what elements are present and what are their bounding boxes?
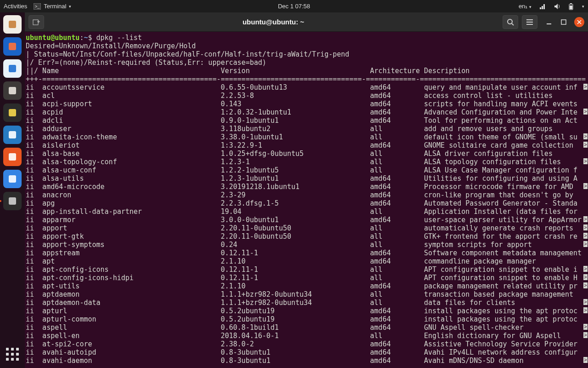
- show-applications-button[interactable]: [3, 345, 22, 363]
- terminal-window: ubuntu@ubuntu: ~ ubuntu@ubuntu:~$ dpkg -…: [25, 12, 588, 368]
- package-row: ii alsa-base 1.0.25+dfsg-0ubuntu5 all AL…: [26, 150, 553, 158]
- svg-rect-9: [9, 109, 16, 116]
- svg-rect-3: [570, 3, 572, 4]
- line-overflow-indicator: >: [583, 307, 588, 313]
- terminal-icon: >_: [34, 3, 41, 10]
- volume-icon[interactable]: [554, 3, 561, 10]
- package-row: ii apparmor 3.0.0-0ubuntu1 amd64 user-sp…: [26, 216, 582, 224]
- close-button[interactable]: [574, 17, 584, 27]
- help-icon[interactable]: [3, 170, 22, 188]
- chevron-down-icon: ▾: [529, 5, 531, 9]
- package-row: ii apturl-common 0.5.2ubuntu19 amd64 ins…: [26, 315, 577, 323]
- package-row: ii apt 2.1.10 amd64 commandline package …: [26, 257, 536, 265]
- line-overflow-indicator: >: [583, 216, 588, 222]
- package-row: ii adwaita-icon-theme 3.38.0-1ubuntu1 al…: [26, 133, 577, 141]
- package-row: ii apt-config-icons-hidpi 0.12.11-1 all …: [26, 274, 577, 282]
- svg-rect-12: [9, 175, 16, 183]
- maximize-icon: [561, 19, 566, 25]
- system-menu-chevron-icon[interactable]: ▾: [582, 4, 584, 9]
- line-overflow-indicator: >: [583, 233, 588, 239]
- line-overflow-indicator: >: [583, 84, 588, 90]
- input-source-indicator[interactable]: en₁ ▾: [519, 3, 531, 10]
- files-icon[interactable]: [3, 81, 22, 100]
- line-overflow-indicator: >: [583, 158, 588, 164]
- line-overflow-indicator: >: [583, 299, 588, 305]
- package-row: ii accountsservice 0.6.55-0ubuntu13 amd6…: [26, 83, 577, 92]
- svg-rect-11: [9, 153, 16, 161]
- package-row: ii acpi-support 0.143 amd64 scripts for …: [26, 100, 577, 108]
- package-row: ii acl 2.2.53-8 amd64 access control lis…: [26, 92, 553, 100]
- svg-rect-4: [570, 6, 572, 9]
- line-overflow-indicator: >: [583, 357, 588, 363]
- svg-rect-10: [9, 131, 16, 138]
- software-icon[interactable]: [3, 148, 22, 166]
- prompt-command: dpkg --list: [96, 34, 142, 42]
- minimize-button[interactable]: [545, 18, 553, 26]
- battery-icon[interactable]: [568, 3, 575, 10]
- input-source-label: en₁: [519, 3, 527, 10]
- terminal-output[interactable]: ubuntu@ubuntu:~$ dpkg --list Desired=Unk…: [25, 32, 588, 368]
- line-overflow-indicator: >: [583, 241, 588, 247]
- package-row: ii avahi-daemon 0.8-3ubuntu1 amd64 Avahi…: [26, 356, 524, 365]
- package-row: ii alsa-ucm-conf 1.2.2-1ubuntu5 all ALSA…: [26, 166, 577, 174]
- svg-rect-8: [9, 87, 16, 94]
- svg-rect-6: [9, 43, 16, 50]
- maximize-button[interactable]: [560, 18, 568, 26]
- package-row: ii app-install-data-partner 19.04 all Ap…: [26, 207, 577, 216]
- package-row: ii amd64-microcode 3.20191218.1ubuntu1 a…: [26, 183, 577, 191]
- active-indicator: [0, 200, 1, 202]
- terminal-icon[interactable]: [3, 192, 22, 210]
- package-row: ii apg 2.2.3.dfsg.1-5 amd64 Automated Pa…: [26, 199, 577, 207]
- svg-rect-23: [561, 20, 566, 24]
- minimize-icon: [546, 19, 552, 25]
- clock[interactable]: Dec 1 07:58: [278, 3, 310, 10]
- package-row: ii aptdaemon-data 1.1.1+bzr982-0ubuntu34…: [26, 299, 515, 307]
- package-row: ii at-spi2-core 2.38.0-2 amd64 Assistive…: [26, 340, 577, 348]
- hamburger-icon: [526, 19, 533, 25]
- package-row: ii apport 2.20.11-0ubuntu50 all automati…: [26, 224, 577, 232]
- svg-rect-5: [9, 21, 16, 28]
- terminal-titlebar: ubuntu@ubuntu: ~: [25, 12, 588, 32]
- package-row: ii aisleriot 1:3.22.9-1 amd64 GNOME soli…: [26, 141, 573, 150]
- package-row: ii alsa-topology-conf 1.2.3-1 all ALSA t…: [26, 158, 561, 166]
- new-tab-button[interactable]: [28, 15, 44, 29]
- search-button[interactable]: [503, 15, 518, 29]
- home-icon[interactable]: [3, 15, 22, 34]
- line-overflow-indicator: >: [583, 133, 588, 139]
- gnome-topbar: Activities >_ Terminal ▾ Dec 1 07:58 en₁…: [0, 0, 588, 12]
- line-overflow-indicator: >: [583, 109, 588, 115]
- svg-line-18: [512, 23, 514, 25]
- network-icon[interactable]: [539, 3, 546, 10]
- line-overflow-indicator: >: [583, 224, 588, 230]
- package-row: ii acpid 1:2.0.32-1ubuntu1 amd64 Advance…: [26, 108, 577, 116]
- close-icon: [577, 20, 582, 24]
- svg-rect-13: [9, 197, 16, 205]
- line-overflow-indicator: >: [583, 183, 588, 189]
- writer-icon[interactable]: [3, 126, 22, 144]
- thunderbird-icon[interactable]: [3, 59, 22, 78]
- svg-text:>_: >_: [35, 4, 40, 9]
- line-overflow-indicator: >: [583, 142, 588, 148]
- package-row: ii apport-gtk 2.20.11-0ubuntu50 all GTK+…: [26, 232, 577, 241]
- package-row: ii appstream 0.12.11-1 amd64 Software co…: [26, 249, 582, 257]
- firefox-icon[interactable]: [3, 37, 22, 56]
- line-overflow-indicator: >: [583, 274, 588, 280]
- svg-point-17: [508, 19, 512, 24]
- search-icon: [507, 18, 514, 26]
- svg-rect-14: [33, 20, 38, 25]
- ubuntu-dock: [0, 12, 25, 368]
- prompt-userhost: ubuntu@ubuntu: [26, 34, 79, 42]
- activities-button[interactable]: Activities: [4, 3, 27, 10]
- package-row: ii apt-utils 2.1.10 amd64 package manage…: [26, 282, 577, 290]
- line-overflow-indicator: >: [583, 332, 588, 338]
- package-row: ii aspell-en 2018.04.16-0-1 all English …: [26, 332, 561, 340]
- hamburger-menu-button[interactable]: [522, 15, 537, 29]
- package-row: ii apt-config-icons 0.12.11-1 all APT co…: [26, 265, 577, 274]
- svg-rect-7: [9, 65, 16, 72]
- package-row: ii apturl 0.5.2ubuntu19 amd64 install pa…: [26, 307, 577, 315]
- package-row: ii apport-symptoms 0.24 all symptom scri…: [26, 241, 532, 249]
- appmenu-terminal[interactable]: >_ Terminal ▾: [34, 3, 71, 10]
- rhythmbox-icon[interactable]: [3, 104, 22, 122]
- package-row: ii alsa-utils 1.2.3-1ubuntu1 amd64 Utili…: [26, 174, 577, 183]
- window-title: ubuntu@ubuntu: ~: [48, 18, 499, 26]
